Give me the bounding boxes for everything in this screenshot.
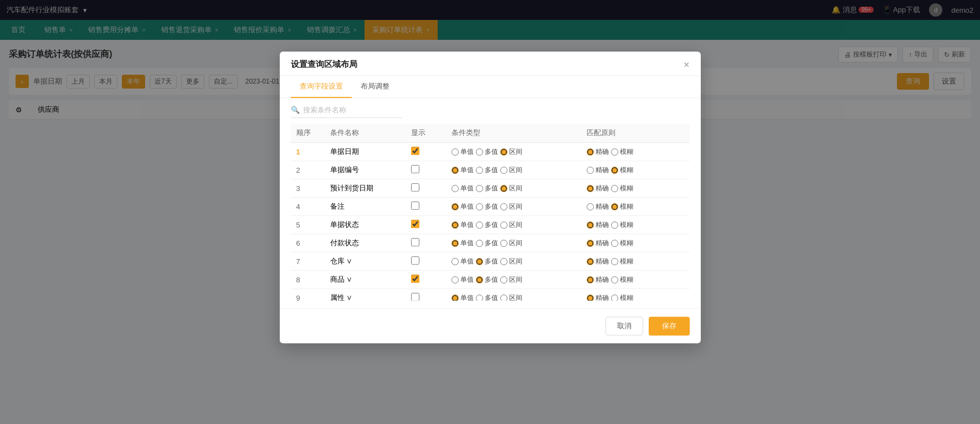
th-order: 顺序: [291, 123, 325, 143]
match-exact-radio[interactable]: [587, 185, 594, 192]
match-fuzzy-radio[interactable]: [611, 258, 618, 265]
type-single-radio[interactable]: [451, 276, 459, 283]
tab-layout-adjust[interactable]: 布局调整: [352, 76, 398, 98]
match-exact-radio[interactable]: [587, 167, 594, 174]
type-range-radio[interactable]: [500, 203, 507, 210]
display-checkbox[interactable]: [411, 220, 419, 228]
type-multi-radio[interactable]: [476, 148, 483, 156]
display-checkbox[interactable]: [411, 238, 419, 246]
match-fuzzy-radio[interactable]: [611, 148, 618, 156]
match-exact-radio[interactable]: [587, 258, 594, 265]
type-range-radio[interactable]: [500, 185, 507, 192]
save-button[interactable]: 保存: [649, 317, 690, 335]
row-match-cell: 精确模糊: [581, 289, 689, 301]
type-multi-radio[interactable]: [476, 185, 483, 192]
match-fuzzy-radio[interactable]: [611, 221, 618, 229]
tab-query-fields[interactable]: 查询字段设置: [291, 76, 352, 98]
table-row: 5单据状态单值多值区间精确模糊: [291, 216, 690, 234]
row-match-cell: 精确模糊: [581, 216, 689, 234]
type-single-radio[interactable]: [451, 185, 459, 192]
row-type-cell: 单值多值区间: [446, 271, 581, 289]
type-range-radio[interactable]: [500, 221, 507, 229]
match-fuzzy-radio[interactable]: [611, 294, 618, 301]
th-name: 条件名称: [325, 123, 406, 143]
display-checkbox[interactable]: [411, 183, 419, 192]
match-fuzzy-radio[interactable]: [611, 276, 618, 283]
match-exact-radio[interactable]: [587, 276, 594, 283]
config-table-scroll: 顺序 条件名称 显示 条件类型 匹配原则 1单据日期单值多值区间精确模糊2单据编…: [291, 123, 690, 301]
row-condition-name: 预计到货日期: [325, 179, 406, 198]
cancel-button[interactable]: 取消: [606, 317, 643, 335]
type-multi-radio[interactable]: [476, 240, 483, 247]
type-range-radio[interactable]: [500, 294, 507, 301]
type-multi-radio[interactable]: [476, 203, 483, 210]
row-order: 6: [291, 234, 325, 252]
type-multi-radio[interactable]: [476, 258, 483, 265]
display-checkbox[interactable]: [411, 165, 419, 173]
row-type-cell: 单值多值区间: [446, 143, 581, 161]
type-single-radio[interactable]: [451, 294, 459, 301]
match-exact-radio[interactable]: [587, 294, 594, 301]
row-display-cell: [406, 143, 446, 161]
type-multi-radio[interactable]: [476, 167, 483, 174]
dialog-body: 🔍 顺序 条件名称 显示 条件类型 匹配原则 1单据日期单值多值区间精确模糊2单…: [280, 98, 701, 308]
row-type-cell: 单值多值区间: [446, 216, 581, 234]
match-exact-radio[interactable]: [587, 203, 594, 210]
type-single-radio[interactable]: [451, 221, 459, 229]
display-checkbox[interactable]: [411, 256, 419, 265]
config-table: 顺序 条件名称 显示 条件类型 匹配原则 1单据日期单值多值区间精确模糊2单据编…: [291, 123, 690, 301]
th-match: 匹配原则: [581, 123, 689, 143]
dialog-title: 设置查询区域布局: [291, 59, 357, 70]
row-match-cell: 精确模糊: [581, 234, 689, 252]
row-order: 2: [291, 161, 325, 179]
table-row: 8商品 ∨单值多值区间精确模糊: [291, 271, 690, 289]
table-row: 2单据编号单值多值区间精确模糊: [291, 161, 690, 179]
condition-search-box: 🔍: [291, 106, 402, 118]
dialog-header: 设置查询区域布局 ×: [280, 51, 701, 76]
match-fuzzy-radio[interactable]: [611, 185, 618, 192]
type-single-radio[interactable]: [451, 148, 459, 156]
row-order: 4: [291, 198, 325, 216]
type-single-radio[interactable]: [451, 258, 459, 265]
match-fuzzy-radio[interactable]: [611, 240, 618, 247]
search-icon: 🔍: [291, 106, 300, 114]
type-single-radio[interactable]: [451, 240, 459, 247]
display-checkbox[interactable]: [411, 293, 419, 301]
dialog-close-button[interactable]: ×: [684, 60, 690, 70]
type-multi-radio[interactable]: [476, 294, 483, 301]
th-display: 显示: [406, 123, 446, 143]
type-range-radio[interactable]: [500, 148, 507, 156]
match-exact-radio[interactable]: [587, 148, 594, 156]
row-condition-name: 备注: [325, 198, 406, 216]
display-checkbox[interactable]: [411, 147, 419, 155]
row-display-cell: [406, 234, 446, 252]
type-range-radio[interactable]: [500, 276, 507, 283]
row-condition-name: 属性 ∨: [325, 289, 406, 301]
row-match-cell: 精确模糊: [581, 143, 689, 161]
display-checkbox[interactable]: [411, 275, 419, 283]
match-fuzzy-radio[interactable]: [611, 203, 618, 210]
match-exact-radio[interactable]: [587, 240, 594, 247]
match-fuzzy-radio[interactable]: [611, 167, 618, 174]
table-header: 顺序 条件名称 显示 条件类型 匹配原则: [291, 123, 690, 143]
row-type-cell: 单值多值区间: [446, 234, 581, 252]
condition-search-input[interactable]: [303, 106, 392, 114]
match-exact-radio[interactable]: [587, 221, 594, 229]
display-checkbox[interactable]: [411, 201, 419, 210]
row-type-cell: 单值多值区间: [446, 198, 581, 216]
type-multi-radio[interactable]: [476, 276, 483, 283]
type-range-radio[interactable]: [500, 240, 507, 247]
settings-dialog: 设置查询区域布局 × 查询字段设置 布局调整 🔍 顺序 条件名称 显示 条件类型…: [280, 51, 701, 343]
table-row: 4备注单值多值区间精确模糊: [291, 198, 690, 216]
row-order: 1: [291, 143, 325, 161]
type-range-radio[interactable]: [500, 167, 507, 174]
type-multi-radio[interactable]: [476, 221, 483, 229]
row-match-cell: 精确模糊: [581, 161, 689, 179]
type-single-radio[interactable]: [451, 167, 459, 174]
row-order: 3: [291, 179, 325, 198]
type-range-radio[interactable]: [500, 258, 507, 265]
type-single-radio[interactable]: [451, 203, 459, 210]
row-display-cell: [406, 216, 446, 234]
row-type-cell: 单值多值区间: [446, 161, 581, 179]
row-order: 9: [291, 289, 325, 301]
